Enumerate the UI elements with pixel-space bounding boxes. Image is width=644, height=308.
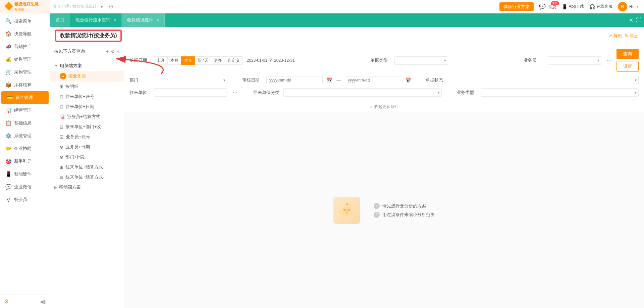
user-area[interactable]: R Rit ▾ xyxy=(618,2,639,11)
sidebar-item-hardware[interactable]: 📱 智能硬件 xyxy=(0,168,50,181)
tab-home[interactable]: 首页 xyxy=(50,13,70,27)
tree-item-unit-settle2[interactable]: ⊟ 往来单位+结算方式 xyxy=(50,172,124,182)
breadcrumb-dropdown[interactable]: ▾ xyxy=(101,4,103,9)
logo-version: 标准版 xyxy=(14,7,39,12)
filter-row-3: 往来单位 ··· 往来单位分类 业务类型 xyxy=(129,88,639,97)
biz-type-wrapper[interactable] xyxy=(481,88,639,97)
biz-type-select[interactable] xyxy=(481,88,639,97)
query-button[interactable]: 查询 xyxy=(616,49,639,59)
tree-item-by-unit-dept[interactable]: ⊟ 按来单位+部门+收... xyxy=(50,122,124,132)
tab-receipts[interactable]: 收款情况统计 × xyxy=(122,13,165,27)
sidebar-item-capital[interactable]: 💳 资金管理 xyxy=(1,91,49,104)
content-row: 按以下方案查询 + ⚙ « ▼ 电脑端方案 xyxy=(50,45,644,308)
tab-receipts-close[interactable]: × xyxy=(157,18,159,22)
service-icon: 🎧 xyxy=(589,4,595,9)
sidebar-item-enterprise[interactable]: 🤝 企业协同 xyxy=(0,142,50,155)
sidebar-item-system[interactable]: ⚙️ 系统管理 xyxy=(0,130,50,142)
tree-item-unit-date[interactable]: ⊟ 往来单位+日期 xyxy=(50,102,124,112)
counterpart-more-icon[interactable]: ··· xyxy=(233,90,237,96)
tree-item-unit-account[interactable]: ⊟ 往来单位+账号 xyxy=(50,92,124,102)
refresh-button[interactable]: ↻ 刷新 xyxy=(625,33,639,39)
tree-item-unit-settle1[interactable]: ⊞ 往来单位+结算方式 xyxy=(50,162,124,172)
date-tab-more[interactable]: 更多 xyxy=(211,56,225,65)
sidebar-label-guide: 新手引导 xyxy=(14,158,32,164)
dept-select[interactable] xyxy=(154,76,227,84)
sidebar-item-member[interactable]: V 畅会员 xyxy=(0,193,50,206)
page-title: 收款情况统计(按业务员) xyxy=(56,30,121,41)
date-tab-last7[interactable]: 近7天 xyxy=(195,56,211,65)
header-right: 体验行业方案 💬 99+ 消息 📱 App下载 🎧 在线客服 R Rit ▾ xyxy=(499,2,639,11)
app-download-label: App下载 xyxy=(569,4,584,9)
tree-item-salesperson[interactable]: ● 按业务员 xyxy=(50,71,124,82)
doc-status-select[interactable] xyxy=(450,76,639,84)
counterpart-category-wrapper[interactable] xyxy=(283,88,441,97)
sidebar-item-wechat[interactable]: 💬 企业微信 xyxy=(0,181,50,193)
scheme-add-icon[interactable]: + xyxy=(106,49,109,54)
doc-status-select-wrapper[interactable] xyxy=(450,76,639,84)
doc-type-select-wrapper[interactable] xyxy=(394,56,448,65)
review-end-calendar-icon[interactable]: 📅 xyxy=(405,78,411,83)
date-tab-this-month[interactable]: 本月 xyxy=(167,56,181,65)
export-button[interactable]: ↗ 导出 xyxy=(608,33,622,39)
online-service-area[interactable]: 🎧 在线客服 xyxy=(589,4,612,9)
date-tab-custom[interactable]: 自定义 xyxy=(225,56,243,65)
tree-group-pc-header[interactable]: ▼ 电脑端方案 xyxy=(50,61,124,71)
review-start-calendar-icon[interactable]: 📅 xyxy=(327,78,332,83)
counterpart-category-select[interactable] xyxy=(283,88,441,97)
scheme-settings-icon[interactable]: ⚙ xyxy=(111,49,115,54)
salesperson-more-icon[interactable]: ··· xyxy=(607,57,611,63)
scheme-collapse-icon[interactable]: « xyxy=(117,49,120,54)
tab-maximize-icon[interactable]: ⛶ xyxy=(636,17,641,23)
tree-item-salesperson-settle[interactable]: 📊 业务员+结算方式 xyxy=(50,112,124,122)
unit-account-icon: ⊟ xyxy=(60,94,63,99)
search-icon: 🔍 xyxy=(5,18,11,24)
tab-close-all-icon[interactable]: ✕ xyxy=(629,17,633,23)
footer-settings-icon[interactable]: ⚙ xyxy=(4,298,9,305)
doc-type-select[interactable] xyxy=(394,56,448,65)
message-area[interactable]: 💬 99+ 消息 xyxy=(539,3,556,10)
sidebar-item-inventory[interactable]: 📦 库存核算 xyxy=(0,79,50,91)
tree-item-salesperson-account[interactable]: ☑ 业务员+账号 xyxy=(50,132,124,142)
sidebar-item-marketing[interactable]: 📣 营销推广 xyxy=(0,40,50,53)
tree-item-detail[interactable]: ⊞ 按明细 xyxy=(50,82,124,92)
tree-item-dept-date[interactable]: ⊙ 部门+日期 xyxy=(50,152,124,162)
dept-date-icon: ⊙ xyxy=(60,155,63,160)
salesperson-select-wrapper[interactable] xyxy=(548,56,601,65)
review-start-input[interactable] xyxy=(266,76,323,84)
sidebar-item-search[interactable]: 🔍 搜索菜单 xyxy=(0,15,50,28)
sidebar-label-operation: 经营管理 xyxy=(14,107,32,113)
sidebar-item-basic[interactable]: 📋 基础信息 xyxy=(0,117,50,130)
review-end-input[interactable] xyxy=(345,76,401,84)
sidebar: 🔍 搜索菜单 🏠 快捷导航 📣 营销推广 💰 销售管理 🛒 采购管理 📦 xyxy=(0,13,50,308)
home-icon: 🏠 xyxy=(5,31,11,37)
tree-item-salesperson-date[interactable]: ⊙ 业务员+日期 xyxy=(50,142,124,152)
sidebar-item-sales[interactable]: 💰 销售管理 xyxy=(0,53,50,66)
tab-bank-close[interactable]: × xyxy=(114,18,116,22)
tab-bank[interactable]: 现金银行流水查询 × xyxy=(70,13,122,27)
unit-date-icon: ⊟ xyxy=(60,104,63,109)
sidebar-item-operation[interactable]: 📊 经营管理 xyxy=(0,104,50,117)
main-container: 首页 现金银行流水查询 × 收款情况统计 × ✕ ⛶ 收款情况统计(按业务员) xyxy=(50,13,644,308)
salesperson-select[interactable] xyxy=(548,56,601,65)
sidebar-item-guide[interactable]: 🎯 新手引导 xyxy=(0,155,50,168)
message-badge: 99+ xyxy=(551,1,559,5)
sidebar-label-system: 系统管理 xyxy=(14,133,32,139)
page-area: 收款情况统计(按业务员) ↗ 导出 ↻ 刷新 按以下 xyxy=(50,27,644,308)
tree-group-mobile-header[interactable]: ▶ 移动端方案 xyxy=(50,182,124,192)
footer-collapse-icon[interactable]: ◀‖ xyxy=(40,299,46,304)
counterpart-input[interactable] xyxy=(154,88,227,97)
settings-icon[interactable]: ⚙ xyxy=(108,3,114,10)
dept-select-wrapper[interactable] xyxy=(154,76,227,84)
sidebar-label-purchase: 采购管理 xyxy=(14,69,32,75)
date-tab-last-month[interactable]: 上月 xyxy=(154,56,167,65)
app-download-area[interactable]: 📱 App下载 xyxy=(562,4,584,9)
sidebar-item-purchase[interactable]: 🛒 采购管理 xyxy=(0,66,50,79)
date-tab-this-year[interactable]: 本年 xyxy=(181,56,195,65)
filter-row-2: 部门 审核日期 📅 — � xyxy=(129,76,639,84)
counterpart-label: 往来单位 xyxy=(129,90,150,96)
filter-settings-button[interactable]: 设置 xyxy=(616,61,639,72)
export-label: 导出 xyxy=(613,33,622,39)
sidebar-item-quicknav[interactable]: 🏠 快捷导航 xyxy=(0,28,50,40)
trial-button[interactable]: 体验行业方案 xyxy=(499,2,534,11)
collapse-button[interactable]: ∧ 收起更多条件 xyxy=(370,104,398,109)
